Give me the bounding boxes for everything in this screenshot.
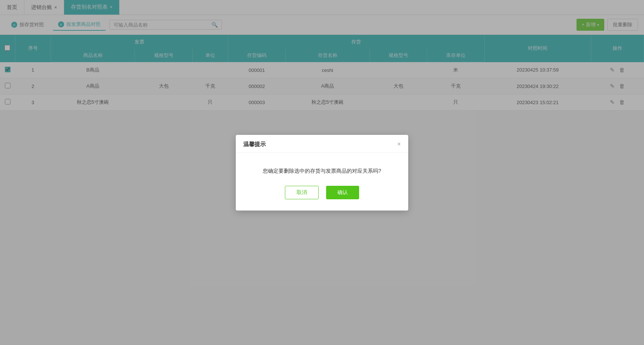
modal-overlay: 温馨提示 × 您确定要删除选中的存货与发票商品的对应关系吗? 取消 确认 — [0, 0, 644, 111]
